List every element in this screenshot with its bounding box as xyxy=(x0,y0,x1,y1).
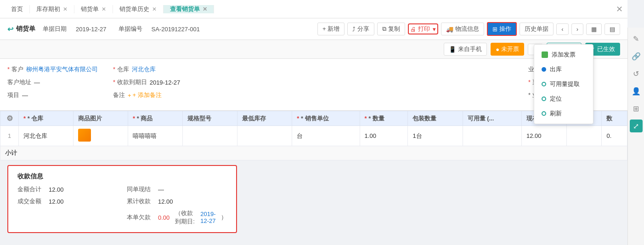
tab-sales[interactable]: 销货单 ✕ xyxy=(74,5,113,13)
dropdown-warehouse-out[interactable]: 出库 xyxy=(534,62,593,77)
same-settlement-value: — xyxy=(158,186,164,193)
tab-inventory[interactable]: 库存期初 ✕ xyxy=(30,5,74,13)
warehouse-value[interactable]: 河北仓库 xyxy=(132,65,156,74)
sidebar-expand-icon[interactable]: ⤢ xyxy=(630,120,643,132)
form-row-2: 客户地址 — 收款到期日 2019-12-27 票据类型 不开票 xyxy=(7,78,620,86)
add-note-btn[interactable]: + + 添加备注 xyxy=(128,91,162,99)
warehouse-label: 仓库 xyxy=(113,65,129,74)
customer-label: 客户 xyxy=(7,65,23,74)
dropdown-available-qty[interactable]: 可用量提取 xyxy=(534,77,593,91)
tab-history[interactable]: 销货单历史 ✕ xyxy=(113,5,164,13)
tab-home[interactable]: 首页 xyxy=(5,5,30,13)
history-docs-btn[interactable]: 历史单据 xyxy=(520,23,554,35)
share-btn[interactable]: ⤴ 分享 xyxy=(347,23,374,35)
deal-amount-label: 成交金额 xyxy=(17,197,45,205)
print-icon: 🖨 xyxy=(410,26,416,33)
share-icon: ⤴ xyxy=(352,26,356,33)
deal-amount-item: 成交金额 12.00 xyxy=(17,197,118,205)
customer-value[interactable]: 柳州粤港平安气体有限公司 xyxy=(26,65,98,74)
row-num: 1 xyxy=(0,126,19,146)
overdue-date: 2019-12-27 xyxy=(200,211,217,224)
warehouse-field: 仓库 河北仓库 xyxy=(113,65,205,74)
table-row: 1 河北仓库 嘻嘻嘻嘻 台 1.00 1台 12.00 0. xyxy=(0,126,627,146)
operations-btn[interactable]: ⊞ 操作 xyxy=(487,22,517,36)
overdue-value: 0.00 xyxy=(158,214,169,221)
product-thumbnail xyxy=(78,129,91,142)
payment-grid: 金额合计 12.00 同单现结 — 成交金额 12.00 累计收款 12.00 … xyxy=(17,185,227,226)
available-qty-icon xyxy=(542,82,546,86)
row-product: 嘻嘻嘻嘻 xyxy=(128,126,183,146)
col-more: 数 xyxy=(602,111,627,126)
col-product: * 商品 xyxy=(128,111,183,126)
col-settings[interactable]: ⚙ xyxy=(0,111,19,126)
not-opened-btn[interactable]: ● 未开票 xyxy=(491,43,524,56)
overdue-item: 本单欠款 0.00 （收款到期日: 2019-12-27 ） xyxy=(127,209,227,226)
col-available: 可用量 (... xyxy=(463,111,521,126)
paydate-field: 收款到期日 2019-12-27 xyxy=(113,78,205,86)
close-sales-tab[interactable]: ✕ xyxy=(102,6,106,12)
doc-actions: + 新增 ⤴ 分享 ⧉ 复制 🖨 打印 ▾ 🚚 物流信息 ⊞ 操作 xyxy=(317,22,620,36)
print-dropdown-arrow: ▾ xyxy=(433,26,436,33)
copy-btn[interactable]: ⧉ 复制 xyxy=(377,23,405,35)
subtotal-label: 小计 xyxy=(0,146,627,160)
prev-btn[interactable]: ‹ xyxy=(556,23,568,35)
sidebar-table-icon[interactable]: ⊞ xyxy=(630,102,643,115)
sidebar-user-icon[interactable]: 👤 xyxy=(630,85,643,97)
refresh-icon xyxy=(542,111,546,116)
total-amount-value: 12.00 xyxy=(49,186,64,193)
address-value: — xyxy=(34,79,40,86)
settings-icon[interactable]: ⚙ xyxy=(6,114,13,122)
cumulative-label: 累计收款 xyxy=(127,197,154,205)
dropdown-add-invoice[interactable]: 添加发票 xyxy=(534,47,593,62)
right-sidebar: ✎ 🔗 ↺ 👤 ⊞ ⤢ xyxy=(627,28,644,238)
row-spec xyxy=(183,126,237,146)
sidebar-link-icon[interactable]: 🔗 xyxy=(630,50,643,63)
cumulative-item: 累计收款 12.00 xyxy=(127,197,227,205)
col-image: 商品图片 xyxy=(73,111,128,126)
circle-icon: ● xyxy=(496,46,499,53)
address-field: 客户地址 — xyxy=(7,78,99,86)
grid-view1-btn[interactable]: ▦ xyxy=(586,23,602,35)
project-label: 项目 xyxy=(7,91,19,99)
close-inventory-tab[interactable]: ✕ xyxy=(63,6,68,12)
doc-meta: 单据日期 2019-12-27 单据编号 SA-20191227-001 xyxy=(43,25,200,33)
overdue-note: （收款到期日: xyxy=(175,209,196,226)
col-spec: 规格型号 xyxy=(183,111,237,126)
next-btn[interactable]: › xyxy=(571,23,583,35)
grid-icon: ⊞ xyxy=(492,26,497,33)
row-minstock xyxy=(237,126,292,146)
logistics-btn[interactable]: 🚚 物流信息 xyxy=(441,23,484,35)
row-qty: 1.00 xyxy=(360,126,408,146)
dropdown-refresh[interactable]: 刷新 xyxy=(534,106,593,121)
note-label: 备注 xyxy=(113,91,125,99)
doc-icon: ↩ xyxy=(7,25,13,34)
from-phone-btn[interactable]: 📱 来自手机 xyxy=(444,43,487,56)
truck-icon: 🚚 xyxy=(446,26,453,33)
total-amount-item: 金额合计 12.00 xyxy=(17,185,118,194)
payment-box: 收款信息 金额合计 12.00 同单现结 — 成交金额 12.00 累计收款 1… xyxy=(7,165,237,233)
table-header-row: ⚙ * 仓库 商品图片 * 商品 规格型号 最低库存 * 销售单位 * 数量 包… xyxy=(0,111,627,126)
row-packqty: 1台 xyxy=(408,126,463,146)
doc-header: ↩ 销货单 单据日期 2019-12-27 单据编号 SA-20191227-0… xyxy=(0,18,627,40)
row-stock: 12.00 xyxy=(522,126,567,146)
print-btn[interactable]: 🖨 打印 ▾ xyxy=(408,23,438,34)
tab-view-sales[interactable]: 查看销货单 ✕ xyxy=(164,5,214,13)
new-btn[interactable]: + 新增 xyxy=(317,23,345,35)
row-price xyxy=(566,126,602,146)
close-history-tab[interactable]: ✕ xyxy=(152,6,157,12)
plus-icon: + xyxy=(128,92,131,99)
add-invoice-icon xyxy=(542,51,548,58)
project-field: 项目 — xyxy=(7,91,99,99)
col-minstock: 最低库存 xyxy=(237,111,292,126)
window-close-btn[interactable]: ✕ xyxy=(616,4,623,14)
sidebar-refresh-icon[interactable]: ↺ xyxy=(630,67,643,80)
payment-title: 收款信息 xyxy=(17,172,227,181)
sidebar-edit-icon[interactable]: ✎ xyxy=(630,32,643,45)
dropdown-locate[interactable]: 定位 xyxy=(534,91,593,106)
same-settlement-item: 同单现结 — xyxy=(127,185,227,194)
overdue-suffix: ） xyxy=(221,213,227,222)
customer-field: 客户 柳州粤港平安气体有限公司 xyxy=(7,65,99,74)
close-view-sales-tab[interactable]: ✕ xyxy=(203,6,207,12)
grid-view2-btn[interactable]: ▤ xyxy=(604,23,620,35)
locate-icon xyxy=(542,97,546,101)
